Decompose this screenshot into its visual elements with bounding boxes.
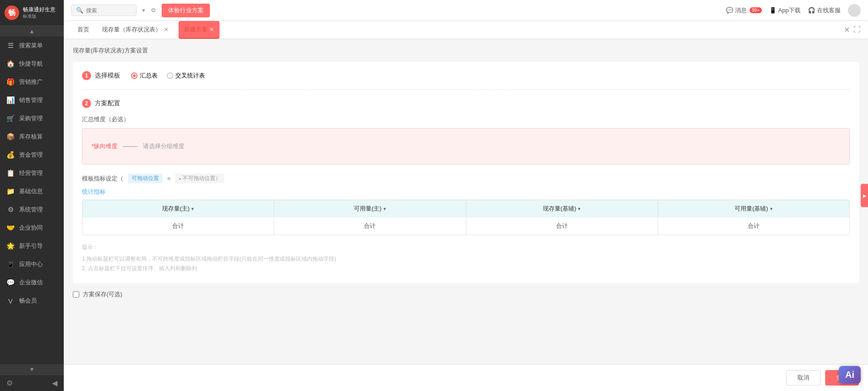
sidebar-item-label: 畅会员 <box>19 297 37 305</box>
tab-inventory-label: 现存量（库存状况表） <box>102 26 161 34</box>
step1-header: 1 选择模板 汇总表 交叉统计表 <box>82 71 850 80</box>
app-version: 标准版 <box>23 13 56 20</box>
online-service-item[interactable]: 🎧 在线客服 <box>808 6 841 15</box>
step-divider-1 <box>82 89 850 90</box>
dimension-arrow: —— <box>123 142 138 150</box>
sidebar-item-member[interactable]: V 畅会员 <box>0 292 64 310</box>
headset-icon: 🎧 <box>808 7 815 14</box>
dimension-required-label: *纵向维度 <box>92 142 117 150</box>
collapse-sidebar-icon[interactable]: ◀ <box>52 379 57 387</box>
stats-section-label: 统计指标 <box>82 188 850 196</box>
app-name-block: 畅康通好生意 标准版 <box>23 6 56 20</box>
dimension-area[interactable]: *纵向维度 —— 请选择分组维度 <box>82 128 850 165</box>
tab-home[interactable]: 首页 <box>71 21 96 39</box>
breadcrumb: 现存量(库存状况表)方案设置 <box>73 46 859 55</box>
ai-badge[interactable]: Ai <box>839 366 861 384</box>
step2-number: 2 <box>82 99 91 108</box>
tab-inventory-close[interactable]: ✕ <box>164 26 168 33</box>
app-logo-icon: 畅 <box>5 5 19 20</box>
stats-col-4-label: 可用量(基辅) <box>735 205 768 213</box>
cancel-button[interactable]: 取消 <box>786 370 821 386</box>
main-area: 🔍 ▾ ⚙ 体验行业方案 💬 消息 99+ 📱 App下载 🎧 在线客服 <box>64 0 868 391</box>
sidebar-item-label: 销售管理 <box>19 96 43 104</box>
sidebar-item-search[interactable]: ☰ 搜索菜单 <box>0 36 64 55</box>
stats-col-2[interactable]: 可用量(主) ▾ <box>274 200 466 217</box>
sidebar-item-basic-info[interactable]: 📁 基础信息 <box>0 182 64 201</box>
stats-table: 现存量(主) ▾ 可用量(主) ▾ 现存量(基辅) ▾ 可用量(基辅) <box>82 200 850 235</box>
tab-inventory[interactable]: 现存量（库存状况表） ✕ <box>96 21 175 39</box>
sidebar-item-label: 基础信息 <box>19 187 43 196</box>
settings-icon[interactable]: ⚙ <box>6 379 13 387</box>
step2-header: 2 方案配置 <box>82 99 850 108</box>
tab-new-plan[interactable]: 新建方案 ✕ <box>179 21 220 39</box>
trial-industry-button[interactable]: 体验行业方案 <box>162 4 210 17</box>
app-download-item[interactable]: 📱 App下载 <box>769 6 801 15</box>
template-radio-group: 汇总表 交叉统计表 <box>131 72 205 80</box>
sidebar-scroll-down[interactable]: ▼ <box>0 364 64 375</box>
search-menu-icon: ☰ <box>6 41 15 50</box>
sidebar-item-wechat[interactable]: 💬 企业微信 <box>0 273 64 292</box>
sidebar-nav: ☰ 搜索菜单 🏠 快捷导航 🎁 营销推广 📊 销售管理 🛒 采购管理 📦 库存核… <box>0 36 64 364</box>
sidebar-item-inventory[interactable]: 📦 库存核算 <box>0 128 64 146</box>
save-checkbox[interactable] <box>73 291 79 298</box>
stats-col-3-label: 现存量(基辅) <box>543 205 577 213</box>
sidebar-scroll-up[interactable]: ▲ <box>0 26 64 36</box>
tab-new-plan-close[interactable]: ✕ <box>209 26 214 33</box>
sidebar-item-app-center[interactable]: 📱 应用中心 <box>0 255 64 273</box>
expand-panel-icon[interactable]: ⛶ <box>853 26 861 34</box>
close-panel-icon[interactable]: ✕ <box>844 26 850 34</box>
sidebar-item-sales[interactable]: 📊 销售管理 <box>0 91 64 109</box>
sidebar-item-label: 资金管理 <box>19 151 43 159</box>
dimension-placeholder: 请选择分组维度 <box>143 142 184 150</box>
radio-summary-dot <box>131 72 138 79</box>
stats-cell-1: 合计 <box>82 217 274 235</box>
online-service-label: 在线客服 <box>817 6 841 15</box>
message-item[interactable]: 💬 消息 99+ <box>726 6 762 15</box>
handshake-icon: 🤝 <box>6 224 15 232</box>
tips-title: 提示： <box>82 242 850 252</box>
bottom-bar: 取消 查询 <box>64 364 868 391</box>
sidebar-logo: 畅 畅康通好生意 标准版 <box>0 0 64 26</box>
sidebar-item-quick-nav[interactable]: 🏠 快捷导航 <box>0 55 64 73</box>
user-avatar[interactable] <box>848 4 861 17</box>
stats-col-4[interactable]: 可用量(基辅) ▾ <box>658 200 849 217</box>
stats-col-1[interactable]: 现存量(主) ▾ <box>82 200 274 217</box>
sidebar-item-label: 经营管理 <box>19 169 43 177</box>
sidebar: 畅 畅康通好生意 标准版 ▲ ☰ 搜索菜单 🏠 快捷导航 🎁 营销推广 📊 销售… <box>0 0 64 391</box>
sidebar-item-label: 营销推广 <box>19 78 43 86</box>
right-panel-toggle[interactable]: ▶ <box>861 184 868 207</box>
sidebar-item-enterprise[interactable]: 🤝 企业协同 <box>0 219 64 237</box>
money-icon: 💰 <box>6 151 15 159</box>
search-box[interactable]: 🔍 <box>71 5 137 16</box>
stats-col-3[interactable]: 现存量(基辅) ▾ <box>466 200 658 217</box>
indicator-nodrag-badge: ▪ 不可拖动位置） <box>175 174 225 183</box>
stats-cell-4: 合计 <box>658 217 849 235</box>
stats-section: 统计指标 现存量(主) ▾ 可用量(主) ▾ 现存量(基辅) <box>82 188 850 235</box>
topbar: 🔍 ▾ ⚙ 体验行业方案 💬 消息 99+ 📱 App下载 🎧 在线客服 <box>64 0 868 21</box>
sidebar-item-new-guide[interactable]: 🌟 新手引导 <box>0 237 64 255</box>
radio-summary[interactable]: 汇总表 <box>131 72 158 80</box>
stats-cell-2: 合计 <box>274 217 466 235</box>
search-input[interactable] <box>86 7 132 14</box>
sidebar-item-system[interactable]: ⚙ 系统管理 <box>0 201 64 219</box>
chevron-down-icon-1: ▾ <box>191 206 194 212</box>
member-icon: V <box>6 297 15 305</box>
radio-cross[interactable]: 交叉统计表 <box>167 72 205 80</box>
tip-2: 2. 点击标题栏下拉可设置排序、插入列和删除列 <box>82 264 850 274</box>
sidebar-item-purchase[interactable]: 🛒 采购管理 <box>0 109 64 128</box>
radio-summary-label: 汇总表 <box>140 72 158 80</box>
settings-gear-icon[interactable]: ⚙ <box>151 7 156 14</box>
topbar-left: 🔍 ▾ ⚙ 体验行业方案 <box>71 4 210 17</box>
sidebar-item-marketing[interactable]: 🎁 营销推广 <box>0 73 64 91</box>
save-option-label: 方案保存(可选) <box>83 290 123 298</box>
step1-title: 选择模板 <box>95 72 120 80</box>
sidebar-item-operations[interactable]: 📋 经营管理 <box>0 164 64 182</box>
search-icon: 🔍 <box>76 7 83 14</box>
content-area: 现存量(库存状况表)方案设置 1 选择模板 汇总表 交叉统计表 <box>64 39 868 364</box>
nodrag-icon: ▪ <box>179 175 181 182</box>
sidebar-item-finance[interactable]: 💰 资金管理 <box>0 146 64 164</box>
dropdown-icon[interactable]: ▾ <box>142 7 145 14</box>
plan-settings-card: 1 选择模板 汇总表 交叉统计表 2 方案配置 <box>73 62 859 283</box>
summary-dimension-label: 汇总维度（必选） <box>82 115 850 123</box>
home-icon: 🏠 <box>6 60 15 68</box>
